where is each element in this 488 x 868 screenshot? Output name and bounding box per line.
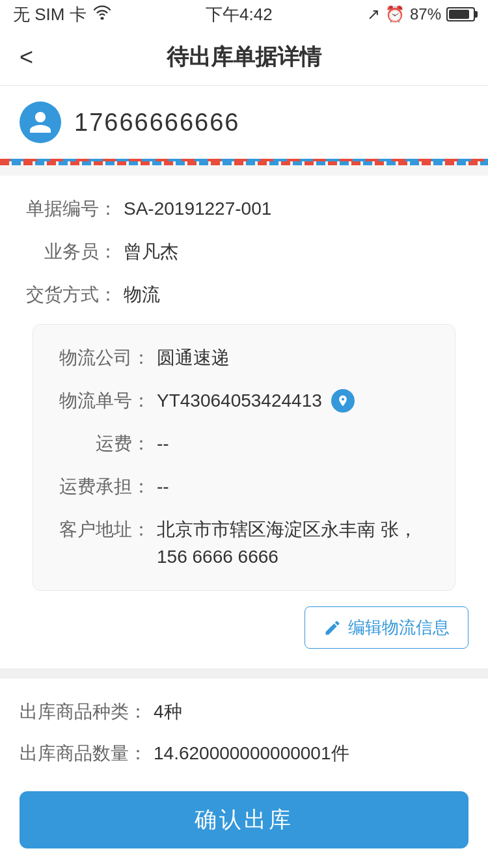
order-no-row: 单据编号： SA-20191227-001 bbox=[20, 195, 468, 223]
delivery-label: 交货方式： bbox=[20, 281, 117, 308]
user-phone: 17666666666 bbox=[74, 109, 239, 137]
confirm-outbound-button[interactable]: 确认出库 bbox=[20, 791, 468, 848]
logistics-tracking-label: 物流单号： bbox=[53, 387, 150, 414]
freight-bearer-value: -- bbox=[157, 473, 435, 500]
delivery-row: 交货方式： 物流 bbox=[20, 281, 468, 308]
edit-btn-label: 编辑物流信息 bbox=[348, 616, 450, 639]
salesman-label: 业务员： bbox=[20, 238, 117, 265]
battery-icon bbox=[446, 7, 475, 21]
freight-bearer-label: 运费承担： bbox=[53, 473, 150, 500]
tracking-location-icon[interactable] bbox=[331, 389, 355, 413]
goods-quantity-label: 出库商品数量： bbox=[20, 740, 147, 767]
address-label: 客户地址： bbox=[53, 516, 150, 543]
goods-types-value: 4种 bbox=[154, 698, 468, 726]
address-value: 北京市市辖区海淀区永丰南 张，156 6666 6666 bbox=[157, 516, 435, 571]
nav-bar: < 待出库单据详情 bbox=[0, 29, 488, 86]
battery-text: 87% bbox=[410, 5, 441, 23]
logistics-company-label: 物流公司： bbox=[53, 344, 150, 372]
goods-quantity-row: 出库商品数量： 14.620000000000001件 bbox=[20, 740, 468, 767]
page-title: 待出库单据详情 bbox=[167, 42, 321, 72]
wifi-icon bbox=[93, 5, 111, 23]
goods-section: 出库商品种类： 4种 出库商品数量： 14.620000000000001件 bbox=[0, 679, 488, 787]
delivery-value: 物流 bbox=[124, 281, 468, 308]
salesman-row: 业务员： 曾凡杰 bbox=[20, 238, 468, 265]
status-right: ↗ ⏰ 87% bbox=[367, 5, 475, 23]
alarm-icon: ⏰ bbox=[385, 5, 405, 23]
status-time: 下午4:42 bbox=[206, 3, 273, 26]
dashed-separator bbox=[0, 161, 488, 165]
freight-row: 运费： -- bbox=[53, 430, 435, 457]
back-button[interactable]: < bbox=[20, 44, 59, 71]
edit-btn-container: 编辑物流信息 bbox=[20, 591, 468, 649]
order-no-label: 单据编号： bbox=[20, 195, 117, 223]
freight-value: -- bbox=[157, 430, 435, 457]
logistics-company-row: 物流公司： 圆通速递 bbox=[53, 344, 435, 372]
logistics-card: 物流公司： 圆通速递 物流单号： YT43064053424413 运费： --… bbox=[33, 324, 455, 591]
location-status-icon: ↗ bbox=[367, 5, 380, 23]
logistics-company-value: 圆通速递 bbox=[157, 344, 435, 372]
logistics-tracking-row: 物流单号： YT43064053424413 bbox=[53, 387, 435, 414]
confirm-btn-wrapper: 确认出库 bbox=[0, 778, 488, 868]
edit-logistics-button[interactable]: 编辑物流信息 bbox=[305, 606, 468, 649]
avatar bbox=[20, 102, 61, 143]
status-left: 无 SIM 卡 bbox=[13, 3, 111, 26]
order-no-value: SA-20191227-001 bbox=[124, 195, 468, 223]
status-bar: 无 SIM 卡 下午4:42 ↗ ⏰ 87% bbox=[0, 0, 488, 29]
address-row: 客户地址： 北京市市辖区海淀区永丰南 张，156 6666 6666 bbox=[53, 516, 435, 571]
edit-icon bbox=[323, 619, 342, 637]
freight-bearer-row: 运费承担： -- bbox=[53, 473, 435, 500]
goods-types-label: 出库商品种类： bbox=[20, 698, 147, 726]
logistics-tracking-value: YT43064053424413 bbox=[157, 387, 435, 414]
goods-types-row: 出库商品种类： 4种 bbox=[20, 698, 468, 726]
goods-quantity-value: 14.620000000000001件 bbox=[154, 740, 468, 767]
salesman-value: 曾凡杰 bbox=[124, 238, 468, 265]
freight-label: 运费： bbox=[53, 430, 150, 457]
basic-info-section: 单据编号： SA-20191227-001 业务员： 曾凡杰 交货方式： 物流 … bbox=[0, 176, 488, 668]
carrier-text: 无 SIM 卡 bbox=[13, 3, 87, 26]
section-divider bbox=[0, 668, 488, 679]
user-header: 17666666666 bbox=[0, 86, 488, 161]
